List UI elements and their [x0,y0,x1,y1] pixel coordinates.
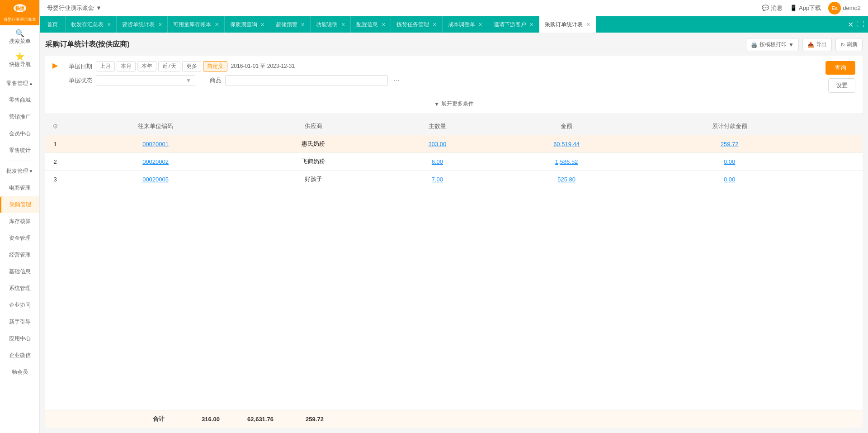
row-paid-link[interactable]: 259.72 [721,141,739,148]
tab-home-label: 首页 [47,21,58,29]
main-area: 母婴行业演示账套 ▼ 💬 消息 📱 App下载 Ea demo2 首页 收发存汇… [40,0,868,433]
row-amount: 60,519.44 [494,135,639,153]
date-btn-7days[interactable]: 近7天 [158,61,180,71]
sidebar-item-enterprise[interactable]: 企业协同 [0,297,40,314]
row-paid-link[interactable]: 0.00 [724,158,735,165]
settings-button[interactable]: 设置 [828,78,855,93]
app-logo: 畅捷 母婴行业演示账套 [0,0,40,25]
sidebar-item-system[interactable]: 系统管理 [0,280,40,297]
row-supplier: 好孩子 [246,171,381,188]
date-btn-custom[interactable]: 自定义 [203,61,227,71]
sidebar-item-member[interactable]: 会员中心 [0,125,40,142]
tab-yaohuo-label: 要货单统计表 [122,21,155,29]
date-range-display: 2016-01-01 至 2023-12-31 [231,62,295,70]
maximize-icon[interactable]: ⛶ [857,20,864,29]
row-quantity-link[interactable]: 6.00 [432,158,443,165]
table-row[interactable]: 3 00020005 好孩子 7.00 525.80 0.00 [45,171,863,188]
row-amount: 1,586.52 [494,153,639,171]
tab-chengben[interactable]: 成本调整单 × [443,16,488,33]
sidebar-item-retail-stats[interactable]: 零售统计 [0,142,40,159]
row-code-link[interactable]: 00020005 [142,176,169,183]
status-select[interactable]: ▼ [96,75,195,86]
sidebar-item-purchase[interactable]: 采购管理 [0,196,40,213]
sidebar-item-enterprise-wechat[interactable]: 企业微信 [0,347,40,364]
tab-gongneng-close-icon[interactable]: × [341,21,345,28]
tab-jianhuo[interactable]: 拣货任务管理 × [391,16,442,33]
tab-peizhi-close-icon[interactable]: × [382,21,385,28]
tab-yaoqing-close-icon[interactable]: × [530,21,533,28]
date-btn-this-month[interactable]: 本月 [117,61,136,71]
tab-baozhi-close-icon[interactable]: × [261,21,264,28]
sidebar-item-operation[interactable]: 经营管理 [0,247,40,263]
sidebar-member-label: 会员中心 [9,130,31,137]
row-quantity-link[interactable]: 7.00 [432,176,443,183]
column-settings-icon[interactable]: ⚙ [52,123,58,130]
tab-chaochu-close-icon[interactable]: × [301,21,305,28]
export-button[interactable]: 📤 导出 [802,38,832,51]
user-menu[interactable]: Ea demo2 [828,2,861,14]
app-download-button[interactable]: 📱 App下载 [790,4,821,12]
status-chevron-icon: ▼ [186,77,191,84]
tab-chengben-close-icon[interactable]: × [479,21,482,28]
page-title: 采购订单统计表(按供应商) [45,40,130,49]
sidebar-newbie-label: 新手引导 [9,319,31,325]
tab-jianhuo-close-icon[interactable]: × [433,21,436,28]
row-quantity-link[interactable]: 303.00 [429,141,447,148]
sidebar-item-finance[interactable]: 资金管理 [0,230,40,247]
chevron-down-icon: ▼ [29,169,33,174]
sidebar-item-newbie[interactable]: 新手引导 [0,314,40,330]
row-code-link[interactable]: 00020001 [142,141,169,148]
sidebar-group-retail[interactable]: 零售管理 ▲ [0,75,40,92]
sidebar-item-retail-shop[interactable]: 零售商城 [0,92,40,109]
goods-more-icon[interactable]: ··· [392,76,401,85]
table-row[interactable]: 2 00020002 飞鹤奶粉 6.00 1,586.52 0.00 [45,153,863,171]
row-amount-link[interactable]: 525.80 [557,176,576,183]
sidebar-group-wholesale[interactable]: 批发管理 ▼ [0,163,40,180]
row-amount-link[interactable]: 60,519.44 [553,141,580,148]
tab-gongneng[interactable]: 功能说明 × [311,16,351,33]
tab-keyongliang[interactable]: 可用量库存账本 × [168,16,224,33]
filter-toggle-icon[interactable]: ▶ [52,61,58,70]
tab-baozhi[interactable]: 保质期查询 × [225,16,270,33]
close-tab-icon[interactable]: ✕ [848,20,854,29]
sidebar-item-app-center[interactable]: 应用中心 [0,330,40,347]
tab-yaohuo-close-icon[interactable]: × [158,21,162,28]
tab-keyongliang-close-icon[interactable]: × [215,21,218,28]
filter-card: ▶ 单据日期 上月 本月 本年 近7天 更多 自定义 2016-01-01 至 … [45,56,863,113]
tab-peizhi[interactable]: 配置信息 × [351,16,391,33]
row-amount-link[interactable]: 1,586.52 [555,158,578,165]
tab-yaoqing[interactable]: 邀请下游客户 × [488,16,539,33]
message-button[interactable]: 💬 消息 [762,4,783,12]
message-icon: 💬 [762,5,769,11]
sidebar-item-inventory[interactable]: 库存核算 [0,213,40,230]
col-gear: ⚙ [45,118,65,135]
tab-home[interactable]: 首页 [40,16,66,33]
sidebar-item-vip[interactable]: 畅会员 [0,364,40,381]
query-button[interactable]: 查询 [826,61,855,75]
tab-shoufacun-close-icon[interactable]: × [107,21,111,28]
row-paid-link[interactable]: 0.00 [724,176,735,183]
sidebar-item-nav[interactable]: ⭐ 快捷导航 [0,49,40,71]
row-index: 1 [45,135,65,153]
sidebar-item-search[interactable]: 🔍 搜索菜单 [0,25,40,49]
tab-caigou[interactable]: 采购订单统计表 × [539,16,596,33]
date-btn-last-month[interactable]: 上月 [96,61,115,71]
sidebar-item-ecommerce[interactable]: 电商管理 [0,180,40,196]
expand-more-button[interactable]: ▼ 展开更多条件 [434,100,474,108]
tab-yaohuo[interactable]: 要货单统计表 × [117,16,168,33]
date-btn-more[interactable]: 更多 [182,61,201,71]
tab-chaochu[interactable]: 超储预警 × [270,16,311,33]
expand-chevron-icon: ▼ [434,101,439,107]
sidebar-item-basic[interactable]: 基础信息 [0,263,40,280]
row-code-link[interactable]: 00020002 [142,158,169,165]
date-btn-this-year[interactable]: 本年 [137,61,156,71]
tab-shoufacun[interactable]: 收发存汇总表 × [66,16,117,33]
goods-input[interactable] [225,75,388,86]
table-footer: 合计 316.00 62,631.76 259.72 [45,410,863,428]
refresh-button[interactable]: ↻ 刷新 [835,38,863,51]
template-print-button[interactable]: 🖨️ 按模板打印 ▼ [746,38,799,51]
table-row[interactable]: 1 00020001 惠氏奶粉 303.00 60,519.44 259.72 [45,135,863,153]
workspace-selector[interactable]: 母婴行业演示账套 ▼ [47,4,102,12]
tab-caigou-close-icon[interactable]: × [586,21,590,28]
sidebar-item-marketing[interactable]: 营销推广 [0,109,40,125]
